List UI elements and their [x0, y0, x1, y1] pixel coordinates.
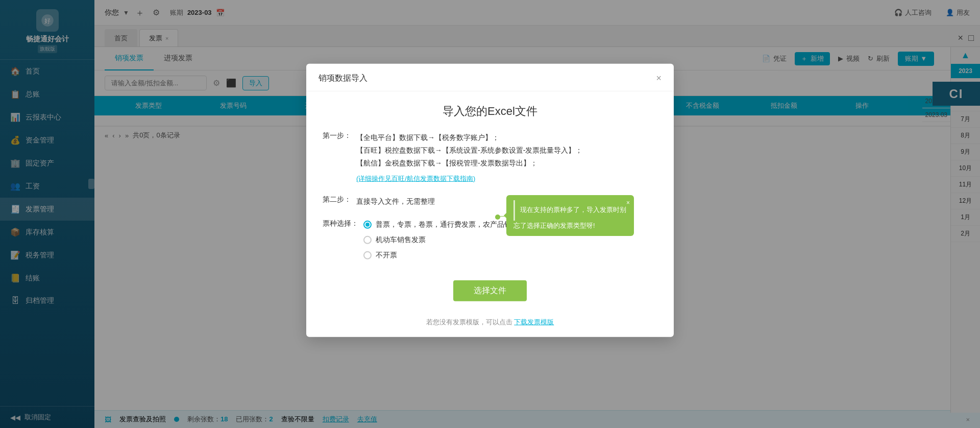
step1-content: 【全电平台】数据下载→【税务数字账户】； 【百旺】税控盘数据下载→【系统设置-系… [356, 131, 582, 185]
step1-line2: 【百旺】税控盘数据下载→【系统设置-系统参数设置-发票批量导入】； [356, 144, 582, 157]
step1-label: 第一步： [323, 131, 351, 140]
step1-row: 第一步： 【全电平台】数据下载→【税务数字账户】； 【百旺】税控盘数据下载→【系… [323, 131, 657, 185]
step1-line3: 【航信】金税盘数据下载→【报税管理-发票数据导出】； [356, 157, 582, 170]
modal-footer: 选择文件 [306, 270, 674, 314]
modal-big-title: 导入您的Excel文件 [323, 104, 657, 119]
radio-label-2: 机动车销售发票 [376, 235, 426, 245]
hint-text: 若您没有发票模版，可以点击 [426, 318, 512, 326]
tooltip-text: 现在支持的票种多了，导入发票时别忘了选择正确的发票类型呀! [513, 206, 626, 229]
modal-header: 销项数据导入 × [306, 64, 674, 91]
tooltip-connector-dot [495, 215, 500, 220]
step1: 第一步： 【全电平台】数据下载→【税务数字账户】； 【百旺】税控盘数据下载→【系… [323, 131, 657, 185]
select-file-btn[interactable]: 选择文件 [453, 280, 527, 301]
radio-label-3: 不开票 [376, 251, 397, 260]
tooltip-close-btn[interactable]: × [626, 198, 630, 207]
modal-title: 销项数据导入 [318, 73, 368, 84]
step1-line1: 【全电平台】数据下载→【税务数字账户】； [356, 131, 582, 144]
modal-bottom-space [306, 329, 674, 337]
tooltip-bubble: × 现在支持的票种多了，导入发票时别忘了选择正确的发票类型呀! [506, 195, 634, 236]
step1-link[interactable]: (详细操作见百旺/航信发票数据下载指南) [356, 174, 475, 182]
download-template-link[interactable]: 下载发票模版 [514, 318, 554, 326]
radio-circle-1 [363, 221, 372, 229]
radio-circle-3 [363, 251, 372, 259]
modal-body: 导入您的Excel文件 第一步： 【全电平台】数据下载→【税务数字账户】； 【百… [306, 91, 674, 270]
radio-dot-1 [365, 223, 370, 227]
ticket-label: 票种选择： [323, 219, 358, 228]
step2-content: 直接导入文件，无需整理 [356, 195, 435, 208]
radio-circle-2 [363, 236, 372, 244]
modal-hint: 若您没有发票模版，可以点击 下载发票模版 [306, 314, 674, 329]
radio-item-none[interactable]: 不开票 [363, 251, 533, 260]
step2-label: 第二步： [323, 195, 351, 204]
tooltip-bar [513, 200, 515, 221]
modal-close-btn[interactable]: × [656, 73, 662, 84]
radio-item-motor[interactable]: 机动车销售发票 [363, 235, 533, 245]
